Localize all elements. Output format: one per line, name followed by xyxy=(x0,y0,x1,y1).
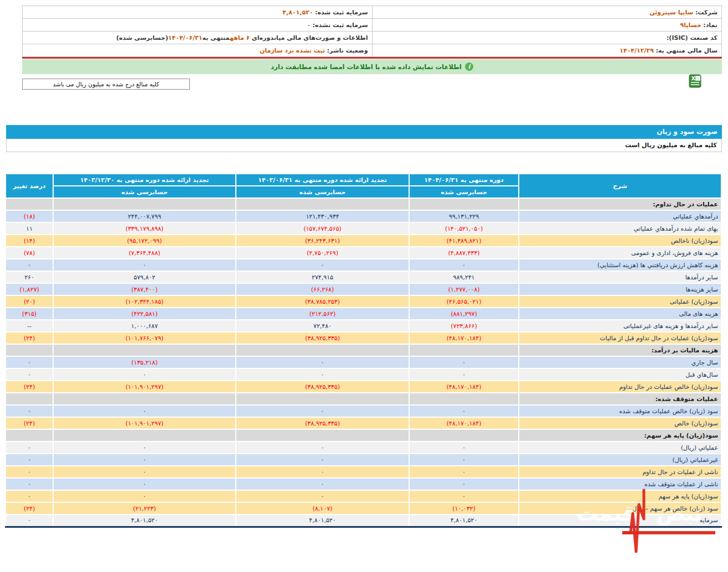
cell-value: ۰ xyxy=(53,490,236,502)
table-row: سایر هزینه‌ها(۱,۲۷۷,۰۰۸)(۶۶,۲۶۸)(۳۸۷,۴۰۰… xyxy=(6,283,721,295)
section-row: عملیات در حال تداوم: xyxy=(6,198,721,210)
cell-value: ۰ xyxy=(409,405,519,417)
report-audit-status: (حسابرسی شده) xyxy=(116,34,168,41)
section-row: هزینه مالیات بر درآمد: xyxy=(6,344,721,356)
company-info-row: شرکت: سایپا سیتروئن سرمایه ثبت شده: ۴,۸۰… xyxy=(23,6,722,19)
table-row: سال جاري۰۰(۱۳۵,۲۱۸)۰ xyxy=(6,356,721,368)
cell-value: (۱۰۲,۳۴۴,۱۸۵) xyxy=(53,295,236,308)
company-label: شرکت: xyxy=(695,9,717,16)
row-label: بهای تمام شده درآمدهاي عملياتي xyxy=(519,222,721,235)
cell-value: (۱,۸۲۷) xyxy=(6,283,53,295)
cell-value: (۳۸,۹۲۵,۳۳۵) xyxy=(236,381,409,393)
table-row: غیرعملياتي (ریال)۰۰۰۰ xyxy=(6,454,721,466)
cell-value: ۰ xyxy=(409,478,519,490)
row-label: عملیات در حال تداوم: xyxy=(519,198,721,210)
cell-value: ۰ xyxy=(6,405,53,417)
cell-value: (۲۴) xyxy=(6,332,53,344)
cell-value: ۰ xyxy=(236,478,409,490)
cell-value: (۴۸,۱۷۰,۱۸۴) xyxy=(409,381,519,393)
table-row: هزینه های مالی(۸۸۱,۲۹۷)(۲۱۲,۵۶۲)(۴۲۲,۵۸۱… xyxy=(6,308,721,320)
cell-value: (۱۴) xyxy=(6,235,53,247)
table-row: سایر درآمدها۹۸۹,۲۴۱۲۷۴,۹۱۵۵۷۹,۸۰۲۲۶۰ xyxy=(6,271,721,283)
cell-value: ۰ xyxy=(409,441,519,454)
row-label: هزینه های مالی xyxy=(519,308,721,320)
table-row: درآمدهاي عملياتي۹۹,۱۳۱,۲۲۹۱۲۱,۴۳۰,۹۳۴۲۴۴… xyxy=(6,210,721,222)
cell-value: (۸۸۱,۲۹۷) xyxy=(409,308,519,320)
company-info-row: کد صنعت (ISIC): اطلاعات و صورت‌های مالی … xyxy=(23,32,722,44)
symbol-cell: نماد: خساپا۹ xyxy=(372,19,722,32)
row-label: ناشی از عملیات متوقف شده xyxy=(519,478,721,490)
col-header-period-restated-mid: تجدید ارائه شده دوره منتهی به ۱۴۰۳/۰۶/۳۱ xyxy=(236,174,409,186)
cell-value: (۲۴) xyxy=(6,381,53,393)
codal-statement-page: { "colors": { "header_blue": "#1BA0D4", … xyxy=(0,0,728,572)
cell-value: ۰ xyxy=(409,454,519,466)
isic-code-label: کد صنعت (ISIC): xyxy=(667,34,717,41)
cell-value xyxy=(53,344,236,356)
cell-value xyxy=(409,198,519,210)
cell-value: (۴,۸۸۷,۴۳۳) xyxy=(409,247,519,259)
cell-value: ۰ xyxy=(409,356,519,368)
isic-code-cell: کد صنعت (ISIC): xyxy=(372,32,722,44)
report-period-end-date: ۱۴۰۴/۰۶/۳۱ xyxy=(168,34,203,41)
cell-value: ۰ xyxy=(236,259,409,271)
table-row: سایر درآمدها و هزینه های غیرعملیاتی(۷۲۳,… xyxy=(6,320,721,332)
cell-value: ۰ xyxy=(53,478,236,490)
row-label: ناشی از عملیات در حال تداوم xyxy=(519,466,721,478)
row-label: سایر درآمدها و هزینه های غیرعملیاتی xyxy=(519,320,721,332)
red-divider xyxy=(22,57,722,59)
cell-value: ۰ xyxy=(236,466,409,478)
cell-value: (۴۸,۱۷۰,۱۸۴) xyxy=(409,332,519,344)
cell-value: ۰ xyxy=(409,259,519,271)
cell-value: ۰ xyxy=(6,490,53,502)
cell-value: (۷۸) xyxy=(6,247,53,259)
table-row: بهای تمام شده درآمدهاي عملياتي(۱۴۰,۵۲۱,۰… xyxy=(6,222,721,235)
publisher-status-label: وضعیت ناشر: xyxy=(327,47,368,54)
row-label: سود(زیان) عملياتی xyxy=(519,295,721,308)
amounts-note-box: کلیه مبالغ درج شده به میلیون ریال می باش… xyxy=(22,79,190,90)
table-row: هزینه های فروش، اداری و عمومی(۴,۸۸۷,۴۳۳)… xyxy=(6,247,721,259)
symbol-label: نماد: xyxy=(703,22,717,29)
cell-value: (۴۱,۳۸۹,۸۲۱) xyxy=(409,235,519,247)
cell-value: ۹۸۹,۲۴۱ xyxy=(409,271,519,283)
row-label: سال‌هاي قبل xyxy=(519,368,721,381)
cell-value: ۰ xyxy=(236,356,409,368)
cell-value: (۲۱,۲۲۳) xyxy=(53,502,236,514)
cell-value: ۹۹,۱۳۱,۲۲۹ xyxy=(409,210,519,222)
cell-value: (۱۵۷,۶۷۴,۵۶۵) xyxy=(236,222,409,235)
cell-value: ۰ xyxy=(6,454,53,466)
fiscal-year-value: ۱۴۰۴/۱۲/۲۹ xyxy=(619,47,654,54)
cell-value: (۲۴) xyxy=(6,502,53,514)
row-label: عملياتي (ریال) xyxy=(519,441,721,454)
statement-table-body: عملیات در حال تداوم:درآمدهاي عملياتي۹۹,۱… xyxy=(6,198,721,527)
cell-value: (۹۵,۱۷۲,۰۹۹) xyxy=(53,235,236,247)
cell-value: ۰ xyxy=(6,356,53,368)
cell-value: ۱,۰۰۰,۶۸۷ xyxy=(53,320,236,332)
row-label: غیرعملياتي (ریال) xyxy=(519,454,721,466)
cell-value: (۸,۱۰۷) xyxy=(236,502,409,514)
col-subheader-audited: حسابرسی شده xyxy=(53,186,236,198)
col-header-period-current: دوره منتهی به ۱۴۰۴/۰۶/۳۱ xyxy=(409,174,519,186)
col-subheader-audited: حسابرسی شده xyxy=(409,186,519,198)
cell-value: ۱۲۱,۴۳۰,۹۳۴ xyxy=(236,210,409,222)
info-icon: i xyxy=(465,63,473,71)
table-row: سود(زیان) خالص عملیات در حال تداوم(۴۸,۱۷… xyxy=(6,381,721,393)
registered-capital-label: سرمایه ثبت شده: xyxy=(315,9,368,16)
fiscal-year-cell: سال مالی منتهی به: ۱۴۰۴/۱۲/۲۹ xyxy=(372,44,722,57)
cell-value: ۱۱ xyxy=(6,222,53,235)
cell-value xyxy=(409,429,519,441)
cell-value xyxy=(6,429,53,441)
excel-export-icon[interactable] xyxy=(689,74,701,88)
registered-capital-value: ۴,۸۰۱,۵۲۰ xyxy=(282,9,313,16)
cell-value: ۰ xyxy=(6,514,53,527)
col-header-percent-change: درصد تغییر xyxy=(6,174,53,198)
table-header: شرح دوره منتهی به ۱۴۰۴/۰۶/۳۱ تجدید ارائه… xyxy=(6,174,721,198)
table-row: هزینه کاهش ارزش دریافتني ها (هزینه استثن… xyxy=(6,259,721,271)
note-row: کلیه مبالغ درج شده به میلیون ریال می باش… xyxy=(22,74,722,93)
cell-value: ۲۴۴,۰۰۷,۷۹۹ xyxy=(53,210,236,222)
table-row: سرمایه۴,۸۰۱,۵۲۰۴,۸۰۱,۵۲۰۴,۸۰۱,۵۲۰۰ xyxy=(6,514,721,527)
report-type-cell: اطلاعات و صورت‌های مالی میاندوره‌ای ۶ ما… xyxy=(23,32,373,44)
table-row: سود(زیان) عملياتی(۴۶,۵۶۵,۰۲۱)(۳۸,۷۸۵,۲۵۳… xyxy=(6,295,721,308)
cell-value: ۰ xyxy=(53,405,236,417)
table-row: سود(زیان) خالص(۴۸,۱۷۰,۱۸۴)(۳۸,۹۲۵,۳۳۵)(۱… xyxy=(6,417,721,429)
cell-value: ۴,۸۰۱,۵۲۰ xyxy=(236,514,409,527)
